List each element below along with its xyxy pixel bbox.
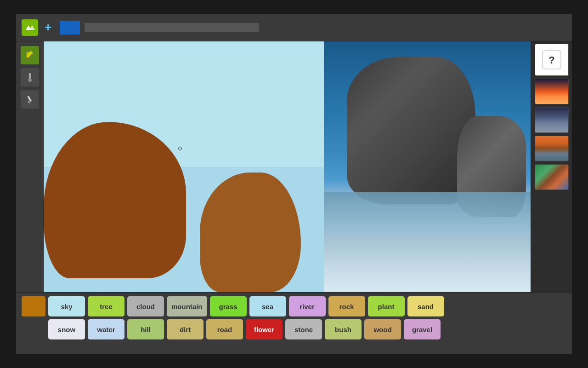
- rock-shape-right: [200, 172, 301, 292]
- svg-rect-1: [26, 58, 29, 59]
- drawing-canvas[interactable]: [44, 41, 324, 292]
- label-sky[interactable]: sky: [48, 296, 85, 316]
- svg-rect-4: [27, 96, 32, 102]
- label-snow[interactable]: snow: [48, 319, 85, 339]
- label-sea[interactable]: sea: [249, 296, 286, 316]
- label-gravel[interactable]: gravel: [404, 319, 441, 339]
- label-water[interactable]: water: [88, 319, 124, 339]
- label-mountain[interactable]: mountain: [167, 296, 207, 316]
- label-road[interactable]: road: [206, 319, 243, 339]
- rock-shape-left: [44, 122, 186, 278]
- svg-marker-0: [27, 51, 33, 58]
- svg-point-3: [28, 78, 32, 82]
- nvidia-logo: [22, 19, 38, 36]
- pencil-tool-button[interactable]: [21, 90, 39, 109]
- label-plant[interactable]: plant: [368, 296, 405, 316]
- main-content: ?: [16, 41, 572, 292]
- thumbnails-panel: ?: [531, 41, 572, 292]
- fill-tool-button[interactable]: [21, 46, 39, 64]
- current-color-indicator[interactable]: [22, 296, 45, 316]
- label-stone[interactable]: stone: [285, 319, 322, 339]
- label-bush[interactable]: bush: [325, 319, 362, 339]
- color-swatch[interactable]: [60, 21, 80, 34]
- new-button[interactable]: +: [45, 20, 51, 34]
- label-wood[interactable]: wood: [364, 319, 401, 339]
- thumbnail-3[interactable]: [535, 136, 569, 161]
- thumbnail-1[interactable]: [535, 79, 569, 104]
- preview-photo: [324, 41, 531, 292]
- svg-marker-5: [28, 101, 30, 104]
- tools-panel: [16, 41, 44, 292]
- label-cloud[interactable]: cloud: [127, 296, 164, 316]
- svg-text:?: ?: [548, 54, 554, 66]
- labels-row-1: sky tree cloud mountain grass sea river …: [22, 296, 566, 316]
- label-hill[interactable]: hill: [127, 319, 164, 339]
- brush-tool-button[interactable]: [21, 68, 39, 86]
- progress-bar-fill: [85, 23, 119, 32]
- toolbar: +: [16, 14, 572, 41]
- label-sand[interactable]: sand: [407, 296, 444, 316]
- labels-section: sky tree cloud mountain grass sea river …: [16, 292, 572, 354]
- photo-rock-main: [347, 57, 475, 204]
- label-river[interactable]: river: [289, 296, 326, 316]
- thumbnail-4[interactable]: [535, 164, 569, 190]
- photo-water: [324, 192, 531, 292]
- label-grass[interactable]: grass: [210, 296, 247, 316]
- progress-bar-container: [85, 23, 259, 32]
- label-rock[interactable]: rock: [328, 296, 365, 316]
- label-flower[interactable]: flower: [246, 319, 283, 339]
- labels-row-2: snow water hill dirt road flower stone b…: [22, 319, 566, 339]
- random-thumbnail[interactable]: ?: [535, 44, 569, 76]
- thumbnail-2[interactable]: [535, 107, 569, 133]
- preview-area: [324, 41, 531, 292]
- label-dirt[interactable]: dirt: [167, 319, 204, 339]
- svg-rect-2: [29, 73, 31, 79]
- label-tree[interactable]: tree: [88, 296, 124, 316]
- app-window: +: [16, 14, 572, 354]
